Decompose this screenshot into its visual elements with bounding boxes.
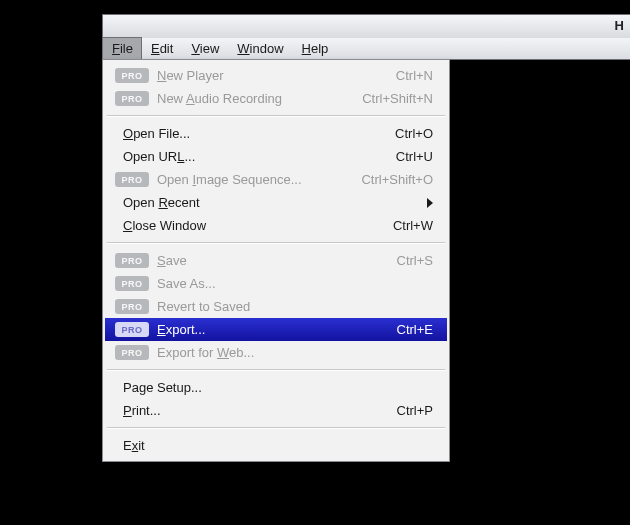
- pro-badge: PRO: [115, 172, 149, 187]
- submenu-arrow-icon: [427, 198, 433, 208]
- menu-item-exit[interactable]: Exit: [105, 434, 447, 457]
- menu-item-revert-to-saved: PRORevert to Saved: [105, 295, 447, 318]
- menu-view-rest: iew: [200, 41, 220, 56]
- menu-item-close-window[interactable]: Close WindowCtrl+W: [105, 214, 447, 237]
- menu-item-shortcut: Ctrl+P: [397, 403, 433, 418]
- menubar: File Edit View Window Help: [102, 38, 630, 60]
- menu-item-label: Save: [157, 253, 381, 268]
- menu-edit-ul: E: [151, 41, 160, 56]
- menu-item-shortcut: Ctrl+Shift+N: [362, 91, 433, 106]
- menu-window[interactable]: Window: [228, 38, 292, 59]
- menu-help[interactable]: Help: [293, 38, 338, 59]
- menu-help-ul: H: [302, 41, 311, 56]
- menu-item-save-as: PROSave As...: [105, 272, 447, 295]
- menu-item-export-for-web: PROExport for Web...: [105, 341, 447, 364]
- window-titlebar: H: [102, 14, 630, 39]
- pro-badge: PRO: [115, 322, 149, 337]
- menu-item-export[interactable]: PROExport...Ctrl+E: [105, 318, 447, 341]
- menu-file-ul: F: [112, 41, 120, 56]
- menu-item-label: Exit: [123, 438, 433, 453]
- menu-item-open-image-sequence: PROOpen Image Sequence...Ctrl+Shift+O: [105, 168, 447, 191]
- pro-badge: PRO: [115, 253, 149, 268]
- menu-item-label: Close Window: [123, 218, 377, 233]
- menu-item-open-recent[interactable]: Open Recent: [105, 191, 447, 214]
- menu-item-shortcut: Ctrl+S: [397, 253, 433, 268]
- menu-item-save: PROSaveCtrl+S: [105, 249, 447, 272]
- menu-item-label: Open URL...: [123, 149, 380, 164]
- menu-item-shortcut: Ctrl+W: [393, 218, 433, 233]
- menu-separator: [107, 115, 445, 117]
- menu-view[interactable]: View: [182, 38, 228, 59]
- pro-badge: PRO: [115, 345, 149, 360]
- menu-item-label: Open File...: [123, 126, 379, 141]
- menu-separator: [107, 369, 445, 371]
- menu-item-open-file[interactable]: Open File...Ctrl+O: [105, 122, 447, 145]
- menu-view-ul: V: [191, 41, 199, 56]
- menu-item-label: Save As...: [157, 276, 433, 291]
- menu-item-new-audio-recording: PRONew Audio RecordingCtrl+Shift+N: [105, 87, 447, 110]
- menu-item-shortcut: Ctrl+N: [396, 68, 433, 83]
- menu-item-shortcut: Ctrl+E: [397, 322, 433, 337]
- menu-separator: [107, 427, 445, 429]
- menu-item-new-player: PRONew PlayerCtrl+N: [105, 64, 447, 87]
- menu-edit[interactable]: Edit: [142, 38, 182, 59]
- menu-item-label: Page Setup...: [123, 380, 433, 395]
- menu-window-rest: indow: [250, 41, 284, 56]
- menu-file[interactable]: File: [102, 37, 142, 59]
- menu-file-rest: ile: [120, 41, 133, 56]
- menu-item-page-setup[interactable]: Page Setup...: [105, 376, 447, 399]
- pro-badge: PRO: [115, 68, 149, 83]
- menu-item-print[interactable]: Print...Ctrl+P: [105, 399, 447, 422]
- menu-item-label: Open Image Sequence...: [157, 172, 345, 187]
- file-menu-dropdown: PRONew PlayerCtrl+NPRONew Audio Recordin…: [102, 59, 450, 462]
- menu-help-rest: elp: [311, 41, 328, 56]
- menu-item-shortcut: Ctrl+Shift+O: [361, 172, 433, 187]
- pro-badge: PRO: [115, 91, 149, 106]
- menu-item-open-url[interactable]: Open URL...Ctrl+U: [105, 145, 447, 168]
- window-title: H: [615, 18, 624, 33]
- menu-edit-rest: dit: [160, 41, 174, 56]
- menu-item-shortcut: Ctrl+U: [396, 149, 433, 164]
- menu-item-label: New Audio Recording: [157, 91, 346, 106]
- pro-badge: PRO: [115, 299, 149, 314]
- menu-item-label: Export...: [157, 322, 381, 337]
- menu-item-label: Print...: [123, 403, 381, 418]
- menu-window-ul: W: [237, 41, 249, 56]
- menu-item-label: Export for Web...: [157, 345, 433, 360]
- pro-badge: PRO: [115, 276, 149, 291]
- menu-item-shortcut: Ctrl+O: [395, 126, 433, 141]
- menu-separator: [107, 242, 445, 244]
- menu-item-label: Revert to Saved: [157, 299, 433, 314]
- menu-item-label: New Player: [157, 68, 380, 83]
- menu-item-label: Open Recent: [123, 195, 411, 210]
